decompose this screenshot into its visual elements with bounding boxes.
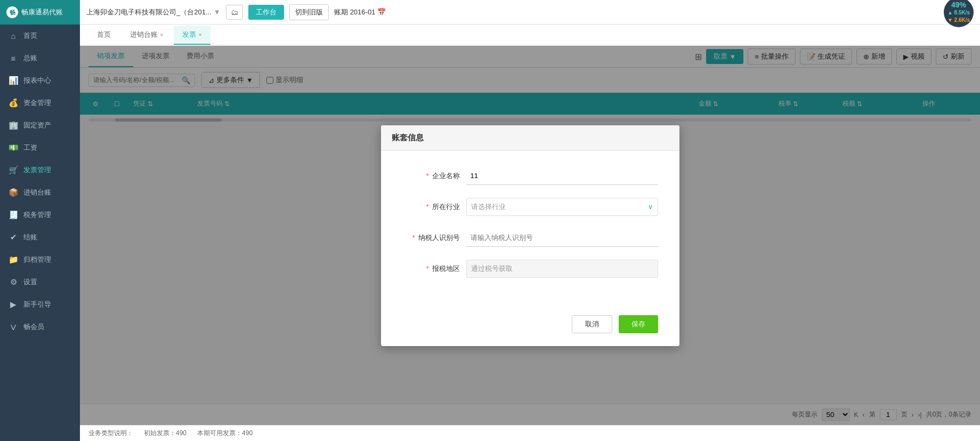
sidebar-item-salary[interactable]: 💵 工资	[0, 137, 80, 159]
period-value: 2016-01	[350, 8, 376, 16]
logo-icon: 畅	[6, 6, 18, 18]
invoice-icon: 🛒	[9, 165, 18, 175]
calendar-icon[interactable]: 📅	[377, 8, 386, 16]
sidebar-item-guide[interactable]: ▶ 新手引导	[0, 293, 80, 316]
modal-footer: 取消 保存	[381, 307, 679, 346]
sidebar: 畅 畅康通易代账 ⌂ 首页 ≡ 总账 📊 报表中心 💰 资金管理 🏢 固定资产 …	[0, 0, 80, 441]
industry-label: * 所在行业	[402, 202, 466, 212]
company-selector[interactable]: 上海卯金刀电子科技有限公司_（台201... ▼	[86, 7, 221, 17]
home-icon: ⌂	[9, 31, 18, 41]
sidebar-item-home[interactable]: ⌂ 首页	[0, 25, 80, 47]
tab-purchases-label: 进销台账	[130, 30, 158, 39]
sidebar-item-reports[interactable]: 📊 报表中心	[0, 69, 80, 92]
sidebar-item-label: 畅会员	[23, 322, 44, 332]
speed-stats: ▲ 8.5K/s ▼ 2.6K/s	[947, 9, 970, 24]
oldver-button[interactable]: 切到旧版	[289, 4, 329, 20]
guide-icon: ▶	[9, 300, 18, 309]
account-info-modal: 账套信息 * 企业名称 * 所在行业	[381, 125, 679, 346]
modal-overlay: 账套信息 * 企业名称 * 所在行业	[80, 46, 980, 425]
company-name-label: * 企业名称	[402, 171, 466, 181]
status-text1: 业务类型说明：	[88, 429, 133, 438]
form-row-tax-region: * 报税地区 通过税号获取	[402, 260, 658, 278]
status-text2: 初始发票：490	[144, 429, 187, 438]
sidebar-item-label: 报表中心	[23, 76, 51, 85]
sidebar-item-label: 总账	[23, 53, 37, 63]
tax-id-label: * 纳税人识别号	[402, 233, 466, 243]
company-dropdown-icon: ▼	[214, 8, 221, 16]
tab-purchases-close[interactable]: ×	[160, 31, 163, 38]
period-label: 账期	[334, 7, 348, 17]
sidebar-item-purchases[interactable]: 📦 进销台账	[0, 181, 80, 204]
form-row-industry: * 所在行业 请选择行业 ∨	[402, 198, 658, 216]
app-logo: 畅 畅康通易代账	[0, 0, 80, 25]
settle-icon: ✔	[9, 232, 18, 242]
salary-icon: 💵	[9, 143, 18, 153]
sidebar-item-label: 设置	[23, 277, 37, 287]
reports-icon: 📊	[9, 76, 18, 85]
archive-icon: 📁	[9, 255, 18, 264]
modal-title: 账套信息	[381, 125, 679, 151]
sidebar-item-label: 归档管理	[23, 255, 51, 264]
sidebar-item-label: 结账	[23, 232, 37, 242]
speed-indicator: 49% ▲ 8.5K/s ▼ 2.6K/s	[944, 0, 974, 27]
ledger-icon: ≡	[9, 54, 18, 63]
period-display: 账期 2016-01 📅	[334, 7, 386, 17]
purchases-icon: 📦	[9, 188, 18, 197]
sidebar-item-funds[interactable]: 💰 资金管理	[0, 92, 80, 114]
tabbar: 首页 进销台账 × 发票 ×	[80, 25, 980, 46]
sidebar-item-assets[interactable]: 🏢 固定资产	[0, 114, 80, 137]
tab-invoice-close[interactable]: ×	[198, 31, 201, 38]
sidebar-item-label: 资金管理	[23, 98, 51, 108]
content-area: 销项发票 进项发票 费用小票 ⊞ 取票 ▼ ≡ 批量操作 📝	[80, 46, 980, 425]
tab-home[interactable]: 首页	[88, 26, 119, 45]
sidebar-item-label: 进销台账	[23, 188, 51, 197]
company-name-input[interactable]	[466, 167, 658, 185]
topbar: 上海卯金刀电子科技有限公司_（台201... ▼ 🗂 工作台 切到旧版 账期 2…	[80, 0, 980, 25]
form-row-tax-id: * 纳税人识别号	[402, 229, 658, 247]
modal-body: * 企业名称 * 所在行业 请选择行业 ∨	[381, 151, 679, 307]
gear-icon: ⚙	[9, 277, 18, 287]
tax-region-label: * 报税地区	[402, 264, 466, 274]
tab-purchases[interactable]: 进销台账 ×	[122, 26, 172, 45]
sidebar-item-tax[interactable]: 🧾 税务管理	[0, 204, 80, 226]
tab-invoice-label: 发票	[182, 30, 196, 39]
save-button[interactable]: 保存	[619, 315, 658, 333]
sidebar-item-label: 发票管理	[23, 165, 51, 175]
app-name: 畅康通易代账	[21, 7, 63, 17]
tax-icon: 🧾	[9, 210, 18, 220]
main-content: 上海卯金刀电子科技有限公司_（台201... ▼ 🗂 工作台 切到旧版 账期 2…	[80, 0, 980, 441]
assets-icon: 🏢	[9, 121, 18, 130]
status-text3: 本期可用发票：490	[197, 429, 253, 438]
sidebar-item-label: 首页	[23, 31, 37, 41]
sidebar-item-label: 工资	[23, 143, 37, 153]
speed-up: ▲ 8.5K/s	[947, 9, 970, 17]
form-row-company: * 企业名称	[402, 167, 658, 185]
member-icon: V	[9, 323, 18, 332]
sidebar-item-archive[interactable]: 📁 归档管理	[0, 248, 80, 271]
tax-id-input[interactable]	[466, 229, 658, 247]
sidebar-item-settings[interactable]: ⚙ 设置	[0, 271, 80, 293]
required-star: *	[426, 172, 429, 180]
archive-button[interactable]: 🗂	[226, 5, 243, 20]
sidebar-item-label: 税务管理	[23, 210, 51, 220]
workspace-button[interactable]: 工作台	[248, 5, 284, 20]
company-name: 上海卯金刀电子科技有限公司_（台201...	[86, 7, 212, 17]
industry-select[interactable]: 请选择行业 ∨	[466, 198, 658, 216]
required-star2: *	[426, 203, 429, 211]
sidebar-item-ledger[interactable]: ≡ 总账	[0, 47, 80, 69]
speed-down: ▼ 2.6K/s	[947, 17, 970, 24]
required-star4: *	[426, 264, 429, 272]
speed-percent: 49%	[951, 1, 966, 9]
sidebar-item-member[interactable]: V 畅会员	[0, 316, 80, 338]
topbar-right: 49% ▲ 8.5K/s ▼ 2.6K/s	[944, 0, 974, 27]
cancel-button[interactable]: 取消	[572, 315, 612, 333]
tab-home-label: 首页	[97, 30, 111, 39]
sidebar-item-label: 新手引导	[23, 300, 51, 309]
required-star3: *	[412, 234, 415, 242]
archive-btn-icon: 🗂	[231, 8, 238, 17]
sidebar-item-invoice[interactable]: 🛒 发票管理	[0, 159, 80, 181]
tab-invoice[interactable]: 发票 ×	[174, 26, 210, 45]
industry-dropdown-icon: ∨	[648, 203, 653, 211]
tax-region-display: 通过税号获取	[466, 260, 658, 278]
sidebar-item-settle[interactable]: ✔ 结账	[0, 226, 80, 248]
